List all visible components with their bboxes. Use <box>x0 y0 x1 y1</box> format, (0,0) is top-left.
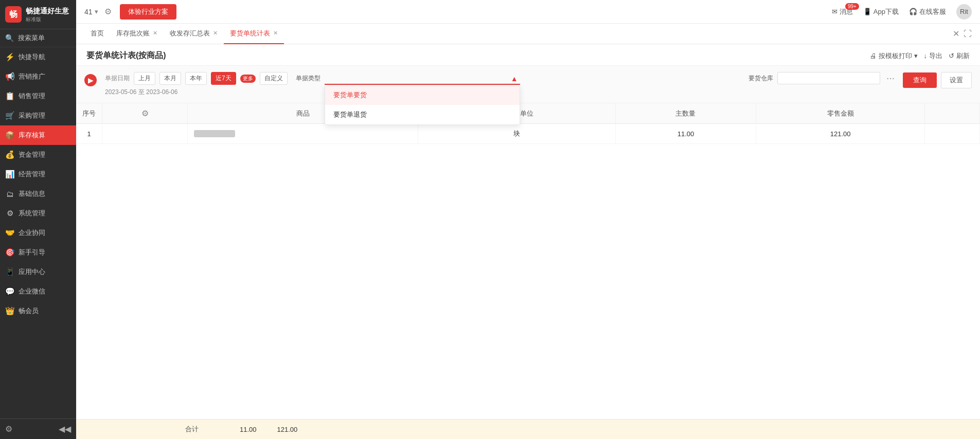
sidebar-item-app-center[interactable]: 📱 应用中心 <box>0 262 76 282</box>
app-center-icon: 📱 <box>5 267 14 277</box>
sidebar-logo: 畅 畅捷通好生意 标准版 <box>0 0 76 29</box>
export-label: 导出 <box>929 51 942 61</box>
cell-product <box>188 124 418 144</box>
tab-home[interactable]: 首页 <box>84 24 110 44</box>
warehouse-input[interactable] <box>777 72 880 84</box>
sidebar-item-sales[interactable]: 📋 销售管理 <box>0 86 76 106</box>
inventory-icon: 📦 <box>5 131 14 140</box>
data-table: 序号 ⚙ 商品 主计量单位 主数量 零售金额 1 <box>76 103 980 144</box>
sidebar-item-inventory[interactable]: 📦 库存核算 <box>0 125 76 145</box>
type-input[interactable] <box>325 72 520 85</box>
close-all-icon[interactable]: ✕ <box>953 29 959 39</box>
date-more-badge[interactable]: 更多 <box>240 75 256 83</box>
type-input-wrapper: ▲ 要货单要货 要货单退货 <box>325 72 520 85</box>
date-btn-this-year[interactable]: 本年 <box>185 72 207 85</box>
basic-icon: 🗂 <box>5 190 14 198</box>
sidebar-item-label: 基础信息 <box>19 189 45 198</box>
print-action[interactable]: 🖨 按模板打印 ▾ <box>870 51 918 61</box>
sidebar-item-enterprise[interactable]: 🤝 企业协同 <box>0 223 76 243</box>
online-service-action[interactable]: 🎧 在线客服 <box>909 7 946 16</box>
finance-icon: 💰 <box>5 150 14 159</box>
tab-inventory-batch-close-icon[interactable]: ✕ <box>153 30 157 36</box>
cell-unit: 块 <box>418 124 616 144</box>
tab-inventory-batch[interactable]: 库存批次账 ✕ <box>110 24 164 44</box>
filter-type-group: 单据类型 ▲ 要货单要货 要货单退货 <box>296 72 740 85</box>
sidebar-item-finance[interactable]: 💰 资金管理 <box>0 145 76 164</box>
app-download-label: App下载 <box>874 7 899 16</box>
sidebar-item-purchase[interactable]: 🛒 采购管理 <box>0 106 76 125</box>
sidebar-item-label: 采购管理 <box>19 111 45 120</box>
query-button[interactable]: 查询 <box>903 72 937 88</box>
wechat-icon: 💬 <box>5 287 14 296</box>
date-label: 单据日期 <box>105 74 130 83</box>
sidebar-item-guide[interactable]: 🎯 新手引导 <box>0 243 76 262</box>
cell-quantity: 11.00 <box>615 124 756 144</box>
sidebar-item-vip[interactable]: 👑 畅会员 <box>0 301 76 321</box>
page-actions: 🖨 按模板打印 ▾ ↓ 导出 ↺ 刷新 <box>870 51 970 61</box>
col-quantity-header: 主数量 <box>615 103 756 124</box>
sidebar-item-marketing[interactable]: 📢 营销推广 <box>0 67 76 86</box>
dropdown-item-return[interactable]: 要货单退货 <box>325 105 520 124</box>
filter-date-row: 单据日期 上月 本月 本年 近7天 更多 自定义 <box>105 72 288 85</box>
header-settings-icon[interactable]: ⚙ <box>104 7 112 16</box>
trial-button[interactable]: 体验行业方案 <box>120 4 176 20</box>
marketing-icon: 📢 <box>5 72 14 81</box>
sidebar-item-operation[interactable]: 📊 经营管理 <box>0 164 76 184</box>
page-title: 要货单统计表(按商品) <box>86 50 166 61</box>
messages-action[interactable]: ✉ 消息 99+ <box>832 7 853 16</box>
sidebar-item-label: 经营管理 <box>19 170 45 179</box>
export-action[interactable]: ↓ 导出 <box>924 51 943 61</box>
breadcrumb-number: 41 <box>84 8 93 16</box>
tab-receive-summary-close-icon[interactable]: ✕ <box>213 30 218 36</box>
filter-expand-button[interactable]: ▶ <box>84 74 97 86</box>
sidebar-search-label: 搜索菜单 <box>18 33 45 43</box>
breadcrumb-select[interactable]: 41 ▾ <box>84 8 98 16</box>
sidebar-item-system[interactable]: ⚙ 系统管理 <box>0 204 76 223</box>
product-name-blurred <box>194 130 235 137</box>
logo-text: 畅捷通好生意 标准版 <box>26 6 69 22</box>
warehouse-more-icon[interactable]: ⋯ <box>886 74 895 83</box>
sidebar-search[interactable]: 🔍 搜索菜单 <box>0 29 76 47</box>
date-btn-custom[interactable]: 自定义 <box>260 72 288 85</box>
print-label: 按模板打印 <box>879 51 912 61</box>
tab-order-summary-close-icon[interactable]: ✕ <box>273 30 278 36</box>
col-extra-header <box>925 103 980 124</box>
sidebar-item-label: 系统管理 <box>19 209 45 218</box>
refresh-action[interactable]: ↺ 刷新 <box>949 51 970 61</box>
sidebar-item-wechat[interactable]: 💬 企业微信 <box>0 282 76 301</box>
tab-order-summary[interactable]: 要货单统计表 ✕ <box>224 24 284 44</box>
tab-inventory-batch-label: 库存批次账 <box>116 29 150 38</box>
table-row: 1 块 11.00 121.00 <box>76 124 980 144</box>
quick-nav-icon: ⚡ <box>5 52 14 62</box>
table-column-settings-icon[interactable]: ⚙ <box>141 109 149 118</box>
cell-extra <box>925 124 980 144</box>
type-arrow-icon[interactable]: ▲ <box>511 75 518 83</box>
settings-footer-icon[interactable]: ⚙ <box>5 424 12 434</box>
filter-settings-button[interactable]: 设置 <box>941 72 972 88</box>
header-right: ✉ 消息 99+ 📱 App下载 🎧 在线客服 Rit <box>832 4 972 20</box>
sidebar-item-label: 快捷导航 <box>19 52 45 62</box>
footer-values: 11.00 121.00 <box>240 426 297 433</box>
user-avatar[interactable]: Rit <box>956 4 972 20</box>
print-arrow-icon: ▾ <box>914 52 918 60</box>
tab-receive-summary-label: 收发存汇总表 <box>170 29 210 38</box>
date-btn-this-month[interactable]: 本月 <box>159 72 181 85</box>
vip-icon: 👑 <box>5 306 14 316</box>
maximize-icon[interactable]: ⛶ <box>964 29 972 39</box>
date-btn-last-7days[interactable]: 近7天 <box>211 72 236 85</box>
sidebar-item-basic[interactable]: 🗂 基础信息 <box>0 184 76 204</box>
collapse-sidebar-button[interactable]: ◀◀ <box>59 424 71 434</box>
tab-close-all: ✕ ⛶ <box>953 29 972 39</box>
message-icon: ✉ <box>832 8 838 15</box>
tab-bar: 首页 库存批次账 ✕ 收发存汇总表 ✕ 要货单统计表 ✕ ✕ ⛶ <box>76 24 980 44</box>
main-area: 41 ▾ ⚙ 体验行业方案 ✉ 消息 99+ 📱 App下载 🎧 在线客服 Ri… <box>76 0 980 439</box>
print-icon: 🖨 <box>870 52 877 60</box>
app-download-action[interactable]: 📱 App下载 <box>863 7 899 16</box>
dropdown-item-yaohuo[interactable]: 要货单要货 <box>325 85 520 105</box>
sidebar-item-label: 应用中心 <box>19 267 45 277</box>
date-btn-last-month[interactable]: 上月 <box>134 72 155 85</box>
tab-receive-summary[interactable]: 收发存汇总表 ✕ <box>164 24 224 44</box>
sidebar-item-quick-nav[interactable]: ⚡ 快捷导航 <box>0 47 76 67</box>
top-header: 41 ▾ ⚙ 体验行业方案 ✉ 消息 99+ 📱 App下载 🎧 在线客服 Ri… <box>76 0 980 24</box>
refresh-icon: ↺ <box>949 52 954 60</box>
